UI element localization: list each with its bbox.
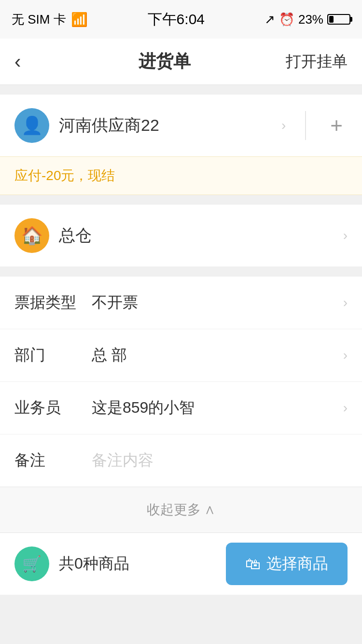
supplier-avatar-icon: 👤 <box>21 115 43 136</box>
battery-icon <box>327 14 350 25</box>
select-btn-label: 选择商品 <box>266 553 328 574</box>
status-right: ↗ ⏰ 23% <box>265 12 350 27</box>
select-product-button[interactable]: 🛍 选择商品 <box>226 543 348 585</box>
invoice-value: 不开票 <box>82 292 343 313</box>
form-section: 票据类型 不开票 › 部门 总 部 › 业务员 这是859的小智 › 备注 备注… <box>0 276 362 532</box>
invoice-chevron-icon: › <box>343 295 348 310</box>
status-bar: 无 SIM 卡 📶 下午6:04 ↗ ⏰ 23% <box>0 0 362 39</box>
product-icon-symbol: 🛒 <box>22 555 42 573</box>
dept-label: 部门 <box>14 345 82 366</box>
remark-input[interactable]: 备注内容 <box>82 450 348 471</box>
warehouse-chevron-icon: › <box>343 228 348 243</box>
back-button[interactable]: ‹ <box>14 51 43 72</box>
status-left: 无 SIM 卡 📶 <box>12 11 88 28</box>
supplier-chevron-icon: › <box>281 118 286 133</box>
nav-bar: ‹ 进货单 打开挂单 <box>0 39 362 85</box>
supplier-row[interactable]: 👤 河南供应商22 › + <box>0 95 362 156</box>
section-gap-1 <box>0 85 362 95</box>
select-btn-icon: 🛍 <box>245 555 261 573</box>
dept-value: 总 部 <box>82 345 343 366</box>
warehouse-icon: 🏠 <box>14 218 49 253</box>
section-gap-3 <box>0 266 362 276</box>
supplier-avatar: 👤 <box>14 108 49 143</box>
location-icon: ↗ <box>265 12 275 27</box>
invoice-row[interactable]: 票据类型 不开票 › <box>0 276 362 329</box>
alarm-icon: ⏰ <box>279 12 294 27</box>
section-gap-2 <box>0 195 362 205</box>
payable-text: 应付-20元，现结 <box>14 168 115 183</box>
sales-value: 这是859的小智 <box>82 397 343 419</box>
warehouse-name: 总仓 <box>59 224 334 247</box>
warehouse-row[interactable]: 🏠 总仓 › <box>0 205 362 266</box>
supplier-section: 👤 河南供应商22 › + 应付-20元，现结 <box>0 95 362 195</box>
open-pending-button[interactable]: 打开挂单 <box>286 51 348 72</box>
remark-row[interactable]: 备注 备注内容 <box>0 434 362 487</box>
status-time: 下午6:04 <box>148 10 205 29</box>
product-icon: 🛒 <box>14 546 49 581</box>
dept-row[interactable]: 部门 总 部 › <box>0 329 362 381</box>
collapse-label: 收起更多 ∧ <box>147 501 216 519</box>
sales-chevron-icon: › <box>343 400 348 416</box>
invoice-label: 票据类型 <box>14 292 82 313</box>
supplier-add-button[interactable]: + <box>325 113 348 138</box>
dept-chevron-icon: › <box>343 348 348 363</box>
supplier-divider <box>305 111 306 140</box>
sales-row[interactable]: 业务员 这是859的小智 › <box>0 381 362 434</box>
page-title: 进货单 <box>139 50 191 73</box>
content-background <box>0 595 362 644</box>
product-count: 共0种商品 <box>59 553 216 574</box>
warehouse-section: 🏠 总仓 › <box>0 205 362 266</box>
wifi-icon: 📶 <box>71 12 88 28</box>
remark-label: 备注 <box>14 450 82 471</box>
battery-percentage: 23% <box>298 12 323 27</box>
bottom-bar: 🛒 共0种商品 🛍 选择商品 <box>0 532 362 595</box>
carrier-text: 无 SIM 卡 <box>12 11 66 28</box>
payable-notice: 应付-20元，现结 <box>0 156 362 195</box>
sales-label: 业务员 <box>14 397 82 419</box>
collapse-row[interactable]: 收起更多 ∧ <box>0 487 362 532</box>
supplier-name: 河南供应商22 <box>59 114 272 137</box>
warehouse-icon-symbol: 🏠 <box>21 225 43 246</box>
